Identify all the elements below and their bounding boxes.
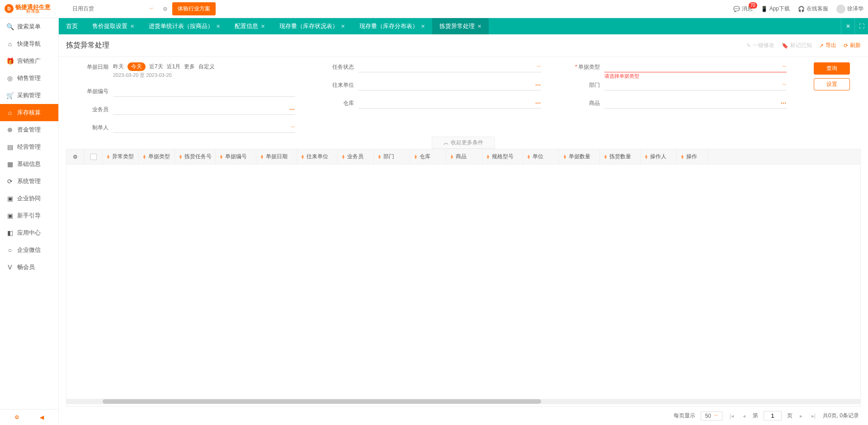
column-header[interactable]: ▲▼操作人 bbox=[641, 149, 677, 164]
chevron-down-icon: ﹀ bbox=[782, 82, 787, 88]
main: 首页售价提取设置✕进货单统计表（按商品）✕配置信息✕现存量（库存状况表）✕现存量… bbox=[59, 18, 868, 425]
sidebar-item[interactable]: 🎁营销推广 bbox=[0, 52, 58, 70]
sidebar-item[interactable]: ◧应用中心 bbox=[0, 224, 58, 241]
partner-input[interactable]: ⋯ bbox=[359, 80, 541, 90]
export-button[interactable]: ↗导出 bbox=[819, 42, 836, 49]
sidebar-item[interactable]: ⌂快捷导航 bbox=[0, 35, 58, 52]
tab[interactable]: 配置信息✕ bbox=[227, 18, 272, 34]
date-chip[interactable]: 近1月 bbox=[167, 63, 181, 71]
sidebar-item[interactable]: ⟳系统管理 bbox=[0, 173, 58, 190]
prev-page[interactable]: ◂ bbox=[741, 413, 747, 419]
page-size-select[interactable]: 50﹀ bbox=[701, 411, 722, 420]
task-status-select[interactable]: ﹀ bbox=[359, 62, 541, 72]
sidebar-item[interactable]: ⌂库存核算 bbox=[0, 104, 58, 121]
sidebar-item[interactable]: ◎销售管理 bbox=[0, 70, 58, 87]
more-icon[interactable]: ⋯ bbox=[781, 100, 787, 106]
chevron-down-icon: ﹀ bbox=[149, 6, 154, 12]
column-header[interactable]: ▲▼操作 bbox=[677, 149, 708, 164]
store-selector[interactable]: 日用百货 ﹀ bbox=[68, 5, 158, 13]
date-chip[interactable]: 更多 bbox=[184, 63, 195, 71]
horizontal-scrollbar[interactable] bbox=[66, 399, 860, 404]
date-chip[interactable]: 自定义 bbox=[198, 63, 215, 71]
column-header[interactable]: ▲▼单据编号 bbox=[216, 149, 256, 164]
date-chip[interactable]: 今天 bbox=[127, 62, 146, 71]
maker-select[interactable]: ﹀ bbox=[113, 123, 295, 133]
close-icon[interactable]: ✕ bbox=[261, 24, 265, 29]
bookmark-icon: 🔖 bbox=[782, 42, 788, 49]
tab[interactable]: 拣货异常处理✕ bbox=[432, 18, 489, 34]
close-icon[interactable]: ✕ bbox=[477, 24, 481, 29]
column-header[interactable]: ▲▼拣货数量 bbox=[600, 149, 641, 164]
close-icon[interactable]: ✕ bbox=[341, 24, 345, 29]
sidebar-item[interactable]: ○企业微信 bbox=[0, 241, 58, 259]
column-header[interactable]: ▲▼商品 bbox=[446, 149, 482, 164]
mark-known-button[interactable]: 🔖标记已知 bbox=[782, 42, 812, 49]
column-header[interactable]: ▲▼往来单位 bbox=[297, 149, 338, 164]
dept-select[interactable]: ﹀ bbox=[604, 80, 787, 90]
sidebar-item[interactable]: 🔍搜索菜单 bbox=[0, 18, 58, 35]
column-header[interactable]: ▲▼单据数量 bbox=[559, 149, 600, 164]
doctype-select[interactable]: ﹀ 请选择单据类型 bbox=[604, 62, 787, 72]
query-button[interactable]: 查询 bbox=[814, 62, 850, 75]
collapse-icon[interactable]: ◀ bbox=[40, 414, 44, 420]
sidebar-item[interactable]: ⊕资金管理 bbox=[0, 121, 58, 138]
tab[interactable]: 现存量（库存分布表）✕ bbox=[352, 18, 432, 34]
user-menu[interactable]: 徐泽华 bbox=[836, 5, 863, 14]
close-icon[interactable]: ✕ bbox=[421, 24, 425, 29]
goods-input[interactable]: ⋯ bbox=[604, 99, 787, 109]
settings-icon[interactable]: ⚙ bbox=[14, 414, 19, 420]
last-page[interactable]: ▸| bbox=[810, 413, 817, 419]
column-header[interactable]: ▲▼部门 bbox=[374, 149, 410, 164]
next-page[interactable]: ▸ bbox=[798, 413, 804, 419]
sidebar-item[interactable]: V畅会员 bbox=[0, 259, 58, 276]
batch-edit-button[interactable]: ✎一键修改 bbox=[746, 42, 774, 49]
experience-button[interactable]: 体验行业方案 bbox=[172, 2, 216, 15]
tab[interactable]: 售价提取设置✕ bbox=[85, 18, 142, 34]
sort-icon: ▲▼ bbox=[414, 155, 418, 159]
first-page[interactable]: |◂ bbox=[728, 413, 736, 419]
page-input[interactable] bbox=[764, 411, 782, 420]
column-header[interactable]: ▲▼仓库 bbox=[410, 149, 446, 164]
chevron-down-icon: ﹀ bbox=[782, 64, 787, 70]
table-settings[interactable]: ⚙ bbox=[66, 149, 85, 164]
refresh-button[interactable]: ⟳刷新 bbox=[844, 42, 861, 49]
more-icon[interactable]: ⋯ bbox=[535, 100, 541, 106]
column-header[interactable]: ▲▼单据日期 bbox=[256, 149, 297, 164]
sidebar-item[interactable]: 🛒采购管理 bbox=[0, 87, 58, 104]
column-header[interactable]: ▲▼单据类型 bbox=[139, 149, 175, 164]
tab-close-all[interactable]: ✕ bbox=[841, 18, 854, 34]
close-icon[interactable]: ✕ bbox=[216, 24, 220, 29]
app-download[interactable]: 📱 App下载 bbox=[761, 5, 790, 13]
sidebar: 🔍搜索菜单⌂快捷导航🎁营销推广◎销售管理🛒采购管理⌂库存核算⊕资金管理▤经营管理… bbox=[0, 18, 59, 425]
close-icon[interactable]: ✕ bbox=[130, 24, 134, 29]
column-header[interactable]: ▲▼单位 bbox=[523, 149, 559, 164]
menu-icon: ▤ bbox=[6, 143, 14, 151]
more-icon[interactable]: ⋯ bbox=[535, 82, 541, 88]
column-header[interactable]: ▲▼业务员 bbox=[338, 149, 374, 164]
gear-icon[interactable]: ⚙ bbox=[163, 6, 168, 12]
sidebar-item[interactable]: ▦基础信息 bbox=[0, 156, 58, 173]
tab[interactable]: 现存量（库存状况表）✕ bbox=[272, 18, 352, 34]
brand-sub: 标准版 bbox=[26, 9, 51, 14]
tab[interactable]: 进货单统计表（按商品）✕ bbox=[142, 18, 227, 34]
tab-fullscreen[interactable]: ⛶ bbox=[854, 18, 868, 34]
sidebar-item[interactable]: ▤经营管理 bbox=[0, 138, 58, 156]
column-header[interactable]: ▲▼规格型号 bbox=[482, 149, 523, 164]
date-chip[interactable]: 昨天 bbox=[113, 63, 124, 71]
agent-input[interactable]: ⋯ bbox=[113, 105, 295, 115]
sidebar-item[interactable]: ▣企业协同 bbox=[0, 190, 58, 207]
column-header[interactable]: ▲▼异常类型 bbox=[103, 149, 139, 164]
customer-service[interactable]: 🎧 在线客服 bbox=[798, 5, 828, 13]
doctype-error: 请选择单据类型 bbox=[604, 73, 639, 80]
docno-input[interactable] bbox=[113, 87, 295, 97]
messages[interactable]: 💬 消息 70 bbox=[733, 5, 753, 13]
more-icon[interactable]: ⋯ bbox=[289, 106, 295, 113]
date-chip[interactable]: 近7天 bbox=[149, 63, 163, 71]
column-header[interactable]: ▲▼拣货任务号 bbox=[175, 149, 216, 164]
sidebar-item[interactable]: ▣新手引导 bbox=[0, 207, 58, 224]
collapse-filters[interactable]: ︽ 收起更多条件 bbox=[432, 137, 495, 149]
tab[interactable]: 首页 bbox=[59, 18, 85, 34]
select-all[interactable] bbox=[85, 149, 103, 164]
settings-button[interactable]: 设置 bbox=[814, 78, 850, 90]
warehouse-input[interactable]: ⋯ bbox=[359, 99, 541, 109]
